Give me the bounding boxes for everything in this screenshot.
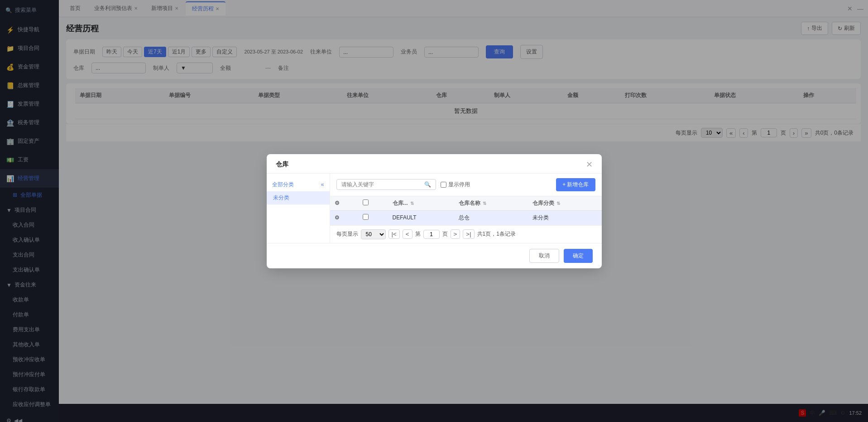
row-name: 总仓 xyxy=(454,210,528,225)
modal-title: 仓库 xyxy=(276,160,288,169)
modal-last-page-btn[interactable]: >| xyxy=(463,229,474,239)
row-category: 未分类 xyxy=(528,210,602,225)
modal-prev-page-btn[interactable]: < xyxy=(403,229,412,239)
modal-sidebar: 全部分类 « 未分类 xyxy=(267,174,330,243)
sort-icon-name: ⇅ xyxy=(483,201,486,206)
modal-content: 🔍 显示停用 + 新增仓库 ⚙ xyxy=(330,174,602,243)
modal-page-size-select[interactable]: 50 20 100 xyxy=(361,229,386,239)
modal-page-suffix: 页 xyxy=(442,230,448,238)
modal-cat-unclassified[interactable]: 未分类 xyxy=(267,191,330,204)
row-code: DEFAULT xyxy=(388,210,454,225)
cancel-button[interactable]: 取消 xyxy=(529,249,559,263)
pagination-info: 每页显示 50 20 100 |< < 第 页 > >| 共1页，1条 xyxy=(336,229,516,239)
row-select-checkbox[interactable] xyxy=(363,214,369,220)
row-settings: ⚙ xyxy=(330,210,358,225)
show-disabled-label: 显示停用 xyxy=(448,181,470,189)
modal-search-box[interactable]: 🔍 xyxy=(336,179,436,190)
col-category-label: 仓库分类 xyxy=(532,200,554,206)
modal-total-info: 共1页，1条记录 xyxy=(477,230,516,238)
show-disabled-checkbox-label[interactable]: 显示停用 xyxy=(441,181,470,189)
show-disabled-checkbox[interactable] xyxy=(441,182,446,188)
modal-page-size-label: 每页显示 xyxy=(336,230,358,238)
add-warehouse-button[interactable]: + 新增仓库 xyxy=(556,178,595,191)
col-name-label: 仓库名称 xyxy=(459,200,480,206)
modal-next-page-btn[interactable]: > xyxy=(451,229,460,239)
modal-footer: 每页显示 50 20 100 |< < 第 页 > >| 共1页，1条 xyxy=(330,225,602,243)
modal-table-wrapper: ⚙ 仓库... ⇅ 仓库名称 ⇅ xyxy=(330,196,602,225)
modal-col-category[interactable]: 仓库分类 ⇅ xyxy=(528,196,602,211)
row-checkbox[interactable] xyxy=(358,210,388,225)
confirm-button[interactable]: 确定 xyxy=(564,249,593,263)
modal-col-checkbox xyxy=(358,196,388,211)
modal-first-page-btn[interactable]: |< xyxy=(388,229,400,239)
modal-close-button[interactable]: ✕ xyxy=(586,160,593,169)
modal-page-label: 第 xyxy=(415,230,421,238)
sort-icon-code: ⇅ xyxy=(410,201,414,206)
search-icon: 🔍 xyxy=(424,181,431,188)
modal-toolbar: 🔍 显示停用 + 新增仓库 xyxy=(330,174,602,196)
modal-table: ⚙ 仓库... ⇅ 仓库名称 ⇅ xyxy=(330,196,602,225)
modal-col-name[interactable]: 仓库名称 ⇅ xyxy=(454,196,528,211)
modal-search-input[interactable] xyxy=(341,181,424,188)
modal-all-categories[interactable]: 全部分类 « xyxy=(267,178,330,191)
modal-col-settings: ⚙ xyxy=(330,196,358,211)
modal-page-input[interactable] xyxy=(423,230,440,239)
col-code-label: 仓库... xyxy=(393,200,408,206)
modal-header: 仓库 ✕ xyxy=(267,154,602,174)
table-row[interactable]: ⚙ DEFAULT 总仓 未分类 xyxy=(330,210,602,225)
modal-overlay[interactable]: 仓库 ✕ 全部分类 « 未分类 🔍 xyxy=(0,0,868,422)
select-all-checkbox[interactable] xyxy=(363,199,369,205)
modal-actions: 取消 确定 xyxy=(267,243,602,268)
sort-icon-category: ⇅ xyxy=(556,201,560,206)
all-categories-label: 全部分类 xyxy=(272,181,294,189)
unclassified-label: 未分类 xyxy=(273,194,289,201)
modal-col-code[interactable]: 仓库... ⇅ xyxy=(388,196,454,211)
modal-body: 全部分类 « 未分类 🔍 显示停用 xyxy=(267,174,602,243)
collapse-sidebar-icon[interactable]: « xyxy=(321,181,324,188)
warehouse-modal: 仓库 ✕ 全部分类 « 未分类 🔍 xyxy=(267,154,602,268)
